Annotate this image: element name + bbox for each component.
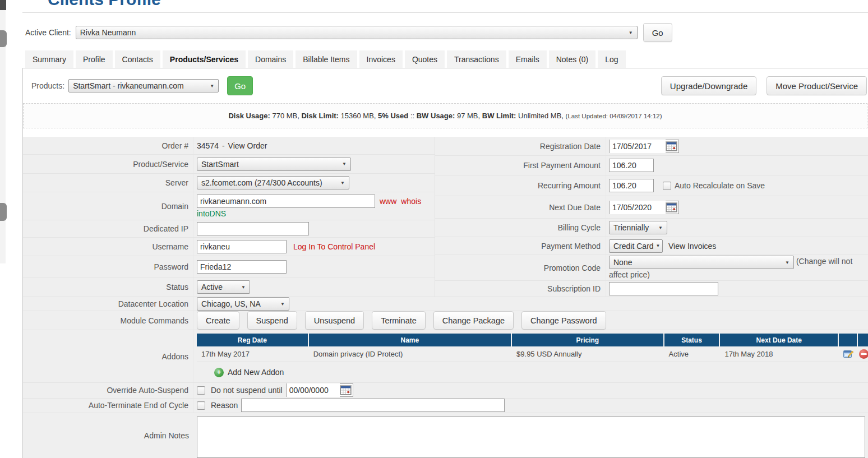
- tab-products-services[interactable]: Products/Services: [163, 50, 246, 68]
- first-payment-label: First Payment Amount: [435, 156, 606, 175]
- payment-method-label: Payment Method: [435, 237, 606, 255]
- next-due-date-field: [609, 201, 679, 214]
- billing-cycle-label: Billing Cycle: [435, 219, 606, 237]
- tab-notes[interactable]: Notes (0): [549, 50, 596, 68]
- sidebar-handle-icon[interactable]: [0, 30, 7, 47]
- upgrade-downgrade-button[interactable]: Upgrade/Downgrade: [661, 76, 756, 95]
- domain-input[interactable]: [197, 195, 375, 208]
- server-select[interactable]: s2.fcomet.com (274/300 Accounts) ▼: [197, 176, 349, 189]
- plus-circle-icon: +: [214, 368, 224, 377]
- tab-contacts[interactable]: Contacts: [115, 50, 160, 68]
- usage-last-updated: (Last Updated: 04/09/2017 14:12): [566, 113, 662, 119]
- product-service-select[interactable]: StartSmart ▼: [197, 158, 351, 171]
- admin-notes-textarea[interactable]: [197, 417, 865, 458]
- add-new-addon-label: Add New Addon: [228, 368, 284, 377]
- datacenter-select[interactable]: Chicago, US, NA ▼: [197, 297, 289, 311]
- chevron-down-icon: ▼: [335, 161, 347, 166]
- registration-date-label: Registration Date: [435, 137, 606, 155]
- registration-date-input[interactable]: [610, 140, 666, 153]
- do-not-suspend-label: Do not suspend until: [211, 386, 283, 395]
- module-change-password-button[interactable]: Change Password: [521, 311, 606, 330]
- tab-transactions[interactable]: Transactions: [447, 50, 506, 68]
- products-go-button[interactable]: Go: [227, 76, 253, 95]
- registration-date-field: [609, 140, 679, 153]
- module-suspend-button[interactable]: Suspend: [247, 311, 297, 330]
- suspend-until-field: [286, 383, 353, 397]
- dedicated-ip-label: Dedicated IP: [23, 220, 194, 237]
- tab-billable-items[interactable]: Billable Items: [296, 50, 357, 68]
- override-auto-suspend-checkbox[interactable]: [197, 386, 205, 395]
- www-link[interactable]: www: [380, 197, 396, 206]
- status-select[interactable]: Active ▼: [197, 280, 250, 294]
- server-selected: s2.fcomet.com (274/300 Accounts): [201, 178, 322, 187]
- usage-segment: ::: [408, 112, 416, 120]
- dedicated-ip-input[interactable]: [197, 222, 309, 235]
- edit-addon-icon[interactable]: [839, 346, 858, 362]
- intodns-link[interactable]: intoDNS: [197, 209, 226, 218]
- password-input[interactable]: [197, 260, 287, 274]
- first-payment-input[interactable]: [609, 159, 654, 172]
- order-row: Order # 34574 - View Order: [23, 137, 435, 155]
- tab-domains[interactable]: Domains: [248, 50, 293, 68]
- reason-input[interactable]: [241, 399, 505, 412]
- active-client-select[interactable]: Rivka Neumann ▼: [76, 26, 638, 39]
- module-change-package-button[interactable]: Change Package: [433, 311, 514, 330]
- tab-emails[interactable]: Emails: [509, 50, 547, 68]
- datacenter-row: Datacenter Location Chicago, US, NA ▼: [23, 297, 868, 311]
- chevron-down-icon: ▼: [622, 30, 633, 35]
- tab-quotes[interactable]: Quotes: [405, 50, 445, 68]
- tab-log[interactable]: Log: [598, 50, 625, 68]
- payment-method-row: Payment Method Credit Card ▼ View Invoic…: [435, 237, 868, 255]
- active-client-row: Active Client: Rivka Neumann ▼ Go: [22, 22, 865, 43]
- first-payment-row: First Payment Amount: [435, 156, 868, 175]
- promotion-code-select[interactable]: None ▼: [609, 256, 794, 269]
- chevron-down-icon: ▼: [778, 257, 789, 269]
- login-control-panel-link[interactable]: Log In To Control Panel: [293, 242, 375, 251]
- module-terminate-button[interactable]: Terminate: [372, 311, 426, 330]
- next-due-date-label: Next Due Date: [435, 196, 606, 218]
- addon-name: Domain privacy (ID Protect): [309, 346, 512, 362]
- tab-summary[interactable]: Summary: [25, 50, 73, 68]
- calendar-icon[interactable]: [666, 141, 677, 151]
- recurring-amount-row: Recurring Amount Auto Recalculate on Sav…: [435, 175, 868, 196]
- tab-invoices[interactable]: Invoices: [359, 50, 403, 68]
- active-client-go-button[interactable]: Go: [643, 23, 672, 42]
- product-service-selected: StartSmart: [201, 160, 239, 169]
- payment-method-select[interactable]: Credit Card ▼: [609, 239, 663, 253]
- order-number: 34574: [197, 141, 219, 150]
- delete-addon-icon[interactable]: [858, 346, 868, 362]
- subscription-id-row: Subscription ID: [435, 281, 868, 297]
- view-invoices-link[interactable]: View Invoices: [668, 242, 716, 251]
- product-service-row: Product/Service StartSmart ▼: [23, 155, 435, 174]
- username-input[interactable]: [197, 240, 287, 253]
- calendar-icon[interactable]: [340, 385, 352, 395]
- view-order-link[interactable]: View Order: [228, 141, 267, 150]
- module-commands-label: Module Commands: [23, 311, 194, 330]
- recurring-amount-input[interactable]: [609, 179, 654, 192]
- addon-next-due: 17th May 2018: [720, 346, 839, 362]
- products-select[interactable]: StartSmart - rivkaneumann.com ▼: [68, 79, 219, 92]
- module-unsuspend-button[interactable]: Unsuspend: [305, 311, 364, 330]
- promotion-code-label: Promotion Code: [435, 255, 606, 280]
- promotion-code-row: Promotion Code None ▼ (Change will not a…: [435, 255, 868, 281]
- module-create-button[interactable]: Create: [197, 311, 239, 330]
- chevron-down-icon: ▼: [234, 285, 246, 290]
- addons-table-header: Reg Date Name Pricing Status Next Due Da…: [197, 334, 868, 346]
- suspend-until-input[interactable]: [287, 383, 340, 397]
- auto-terminate-checkbox[interactable]: [197, 401, 205, 410]
- add-new-addon[interactable]: + Add New Addon: [197, 362, 868, 382]
- chevron-down-icon: ▼: [652, 225, 663, 230]
- calendar-icon[interactable]: [666, 202, 677, 212]
- billing-cycle-select[interactable]: Triennially ▼: [609, 221, 667, 234]
- sidebar-handle-icon[interactable]: [0, 203, 7, 221]
- next-due-date-input[interactable]: [610, 201, 666, 214]
- auto-recalculate-checkbox[interactable]: [663, 182, 671, 190]
- auto-terminate-label: Auto-Terminate End of Cycle: [23, 399, 194, 413]
- service-details-form: Order # 34574 - View Order Product/Servi…: [23, 137, 868, 458]
- admin-notes-label: Admin Notes: [23, 413, 194, 458]
- tab-profile[interactable]: Profile: [76, 50, 113, 68]
- whois-link[interactable]: whois: [401, 197, 421, 206]
- addon-reg-date: 17th May 2017: [197, 346, 309, 362]
- subscription-id-input[interactable]: [609, 282, 718, 295]
- move-product-service-button[interactable]: Move Product/Service: [767, 76, 867, 95]
